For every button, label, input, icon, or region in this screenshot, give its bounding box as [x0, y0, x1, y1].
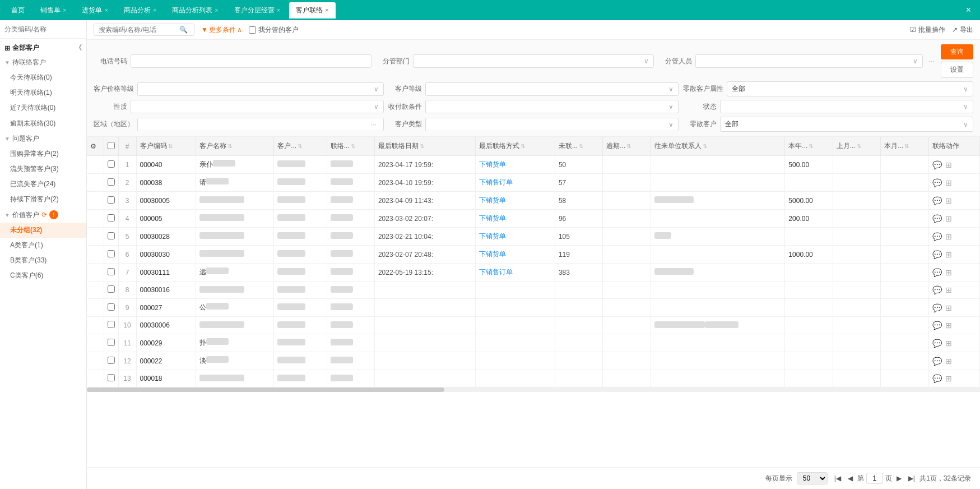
- sidebar-item-class-b[interactable]: B类客户(33): [0, 253, 86, 268]
- sidebar-search-bar[interactable]: 🔍: [0, 20, 86, 39]
- row-last-method[interactable]: 下销售订单: [475, 264, 555, 282]
- grid-action-icon[interactable]: ⊞: [945, 196, 952, 205]
- row-last-method[interactable]: [475, 334, 555, 352]
- grid-action-icon[interactable]: ⊞: [945, 178, 952, 187]
- row-last-method[interactable]: 下销售订单: [475, 174, 555, 192]
- filter-status-select[interactable]: ∨: [720, 100, 973, 113]
- filter-customer-type-select[interactable]: ∨: [425, 118, 679, 131]
- filter-region-select[interactable]: ···: [137, 118, 384, 131]
- chat-icon[interactable]: 💬: [932, 232, 942, 241]
- grid-action-icon[interactable]: ⊞: [945, 357, 952, 366]
- grid-action-icon[interactable]: ⊞: [945, 214, 952, 223]
- row-checkbox-cell[interactable]: [104, 156, 118, 174]
- checkbox-header[interactable]: [104, 137, 118, 156]
- last-month-header[interactable]: 上月... ⇅: [833, 137, 880, 156]
- this-month-header[interactable]: 本月... ⇅: [881, 137, 928, 156]
- row-checkbox[interactable]: [108, 285, 115, 293]
- chat-icon[interactable]: 💬: [932, 303, 942, 312]
- chat-icon[interactable]: 💬: [932, 357, 942, 366]
- row-last-method[interactable]: [475, 370, 555, 387]
- row-last-method[interactable]: [475, 352, 555, 370]
- horizontal-scrollbar[interactable]: [87, 387, 980, 392]
- row-last-method[interactable]: 下销货单: [475, 228, 555, 246]
- grid-action-icon[interactable]: ⊞: [945, 250, 952, 259]
- sidebar-item-churned[interactable]: 已流失客户(24): [0, 177, 86, 192]
- chat-icon[interactable]: 💬: [932, 339, 942, 348]
- nav-goods-analysis[interactable]: 商品分析 ×: [117, 2, 163, 19]
- query-button[interactable]: 查询: [941, 44, 973, 59]
- sidebar-item-overdue-pending[interactable]: 逾期未联络(30): [0, 116, 86, 131]
- sidebar-item-class-a[interactable]: A类客户(1): [0, 238, 86, 253]
- next-page-button[interactable]: ▶: [894, 473, 904, 483]
- row-checkbox[interactable]: [108, 232, 115, 239]
- select-all-checkbox[interactable]: [108, 142, 115, 149]
- row-checkbox[interactable]: [108, 339, 115, 346]
- nav-goods-list-close[interactable]: ×: [215, 7, 218, 13]
- row-checkbox[interactable]: [108, 303, 115, 311]
- sidebar-collapse-button[interactable]: 《: [75, 43, 82, 53]
- refresh-icon[interactable]: ⟳: [41, 211, 47, 219]
- chat-icon[interactable]: 💬: [932, 321, 942, 330]
- grid-action-icon[interactable]: ⊞: [945, 339, 952, 348]
- settings-icon[interactable]: ⚙: [90, 142, 96, 150]
- last-date-sort-icon[interactable]: ⇅: [420, 143, 424, 149]
- contact-person-sort-icon[interactable]: ⇅: [703, 143, 707, 149]
- row-checkbox-cell[interactable]: [104, 246, 118, 264]
- row-checkbox[interactable]: [108, 178, 115, 186]
- chat-icon[interactable]: 💬: [932, 374, 942, 383]
- year-amount-sort-icon[interactable]: ⇅: [809, 143, 813, 149]
- nav-customer-contact-close[interactable]: ×: [325, 7, 328, 13]
- row-checkbox[interactable]: [108, 160, 115, 168]
- name-sort-icon[interactable]: ⇅: [227, 143, 232, 149]
- overdue-header[interactable]: 逾期... ⇅: [603, 137, 651, 156]
- name-header[interactable]: 客户名称 ⇅: [196, 137, 273, 156]
- page-size-select[interactable]: 50 100 200: [797, 472, 828, 485]
- filter-region-dots[interactable]: ···: [369, 121, 379, 128]
- filter-payment-select[interactable]: ∨: [425, 100, 679, 113]
- filter-phone-input[interactable]: [131, 54, 371, 68]
- nav-customer-contact[interactable]: 客户联络 ×: [289, 2, 335, 19]
- last-method-sort-icon[interactable]: ⇅: [521, 143, 525, 149]
- nav-home[interactable]: 首页: [4, 2, 31, 19]
- problem-group-title[interactable]: ▼ 问题客户: [0, 131, 86, 146]
- row-checkbox-cell[interactable]: [104, 370, 118, 387]
- type-sort-icon[interactable]: ⇅: [298, 143, 302, 149]
- row-checkbox-cell[interactable]: [104, 317, 118, 334]
- nav-goods-analysis-close[interactable]: ×: [153, 7, 156, 13]
- settings-header[interactable]: ⚙: [87, 137, 104, 156]
- row-checkbox[interactable]: [108, 250, 115, 257]
- nav-sales-close[interactable]: ×: [63, 7, 66, 13]
- sidebar-search-input[interactable]: [4, 25, 87, 33]
- row-checkbox-cell[interactable]: [104, 174, 118, 192]
- window-close-button[interactable]: ×: [962, 5, 976, 15]
- contact-header[interactable]: 联络... ⇅: [327, 137, 374, 156]
- search-input[interactable]: [99, 26, 177, 34]
- last-page-button[interactable]: ▶|: [906, 473, 917, 483]
- filter-person-dots[interactable]: ···: [926, 57, 936, 65]
- filter-scatter-attr-select[interactable]: 全部 ∨: [727, 81, 973, 96]
- sidebar-item-today-pending[interactable]: 今天待联络(0): [0, 70, 86, 85]
- grid-action-icon[interactable]: ⊞: [945, 232, 952, 241]
- page-input[interactable]: [866, 473, 883, 484]
- prev-page-button[interactable]: ◀: [846, 473, 855, 483]
- chat-icon[interactable]: 💬: [932, 160, 942, 169]
- pending-group-title[interactable]: ▼ 待联络客户: [0, 55, 86, 70]
- year-amount-header[interactable]: 本年... ⇅: [785, 137, 833, 156]
- contact-sort-icon[interactable]: ⇅: [351, 143, 355, 149]
- row-checkbox[interactable]: [108, 196, 115, 204]
- nav-goods-list[interactable]: 商品分析列表 ×: [165, 2, 225, 19]
- chat-icon[interactable]: 💬: [932, 268, 942, 277]
- row-checkbox-cell[interactable]: [104, 228, 118, 246]
- sidebar-item-7days-pending[interactable]: 近7天待联络(0): [0, 100, 86, 116]
- sidebar-item-churn-warning[interactable]: 流失预警客户(3): [0, 162, 86, 177]
- no-contact-sort-icon[interactable]: ⇅: [579, 143, 583, 149]
- row-checkbox-cell[interactable]: [104, 282, 118, 299]
- reset-button[interactable]: 设置: [941, 62, 973, 78]
- row-checkbox[interactable]: [108, 374, 115, 381]
- row-last-method[interactable]: [475, 299, 555, 317]
- row-last-method[interactable]: 下销货单: [475, 156, 555, 174]
- filter-price-level-select[interactable]: ∨: [137, 82, 384, 96]
- no-contact-header[interactable]: 未联... ⇅: [555, 137, 602, 156]
- row-checkbox-cell[interactable]: [104, 299, 118, 317]
- filter-scatter-select[interactable]: 全部 ∨: [720, 117, 973, 132]
